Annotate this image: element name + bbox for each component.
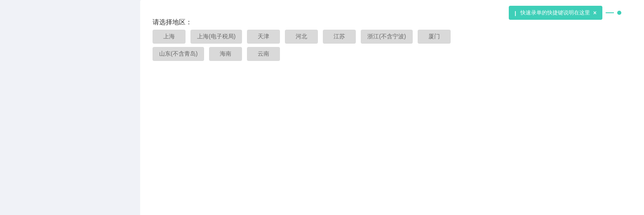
tooltip-close-button[interactable]: × [593, 9, 597, 16]
region-button[interactable]: 浙江(不含宁波) [361, 30, 412, 44]
tooltip-bubble: 快速录单的快捷键说明在这里 × [509, 6, 602, 20]
region-button[interactable]: 云南 [247, 47, 280, 61]
region-button[interactable]: 厦门 [418, 30, 451, 44]
sidebar [0, 0, 140, 215]
page-title: 请选择地区： [153, 18, 192, 27]
tooltip-dot [617, 11, 621, 15]
tooltip-text: 快速录单的快捷键说明在这里 [520, 9, 590, 16]
region-button[interactable]: 河北 [285, 30, 318, 44]
region-button[interactable]: 上海(电子税局) [190, 30, 242, 44]
region-buttons-row1: 上海上海(电子税局)天津河北江苏浙江(不含宁波)厦门 [153, 30, 451, 44]
tooltip-container: 快速录单的快捷键说明在这里 × [509, 6, 621, 20]
region-button[interactable]: 海南 [209, 47, 242, 61]
tooltip-line [606, 12, 614, 13]
region-buttons-row2: 山东(不含青岛)海南云南 [153, 47, 280, 61]
region-button[interactable]: 天津 [247, 30, 280, 44]
region-button[interactable]: 上海 [153, 30, 186, 44]
region-button[interactable]: 江苏 [323, 30, 356, 44]
region-button[interactable]: 山东(不含青岛) [153, 47, 204, 61]
main-content: 快速录单的快捷键说明在这里 × 请选择地区： 上海上海(电子税局)天津河北江苏浙… [140, 0, 644, 215]
